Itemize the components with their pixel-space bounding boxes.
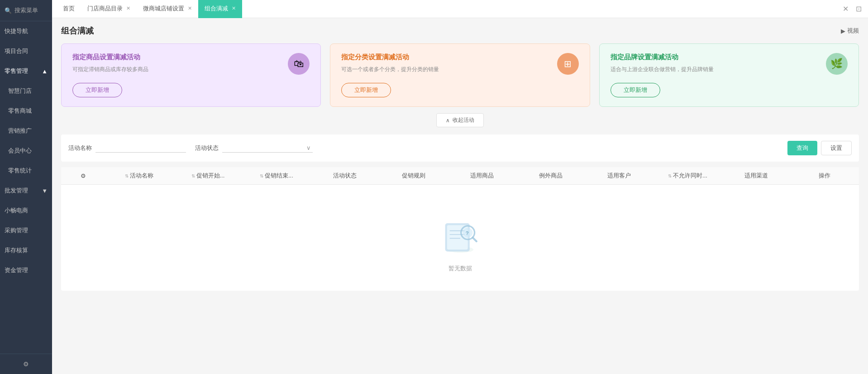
- th-operation: 操作: [791, 172, 859, 180]
- sidebar-settings[interactable]: ⚙: [0, 354, 52, 374]
- sidebar-item-wholesale-mgmt[interactable]: 批发管理 ▼: [0, 181, 52, 201]
- tab-close-icon[interactable]: ✕: [232, 5, 236, 11]
- leaf-icon: 🌿: [830, 58, 843, 70]
- promo-card-goods: 指定商品设置满减活动 🛍 可指定滞销商品或库存较多商品 立即新增: [61, 43, 321, 107]
- sidebar-item-xiaochangec[interactable]: 小畅电商: [0, 201, 52, 221]
- promo-cards: 指定商品设置满减活动 🛍 可指定滞销商品或库存较多商品 立即新增 指定分类设置满…: [61, 43, 859, 107]
- tab-close-icon[interactable]: ✕: [126, 5, 130, 11]
- th-label: 促销结束...: [265, 172, 293, 180]
- tab-label: 门店商品目录: [87, 5, 123, 13]
- tab-store-catalog[interactable]: 门店商品目录 ✕: [81, 0, 137, 18]
- th-activity-name[interactable]: ⇅ 活动名称: [105, 172, 173, 180]
- bag-icon: 🛍: [294, 58, 304, 70]
- th-label: 促销开始...: [196, 172, 225, 180]
- promo-card-brand: 指定品牌设置满减活动 🌿 适合与上游企业联合做营销，提升品牌销量 立即新增: [599, 43, 859, 107]
- th-label: 活动状态: [333, 172, 357, 180]
- th-label: 适用商品: [470, 172, 494, 180]
- sidebar-item-label: 会员中心: [8, 147, 32, 155]
- sidebar-item-purchase-mgmt[interactable]: 采购管理: [0, 221, 52, 240]
- tab-bar: 首页 门店商品目录 ✕ 微商城店铺设置 ✕ 组合满减 ✕ ✕ ⊡: [52, 0, 868, 18]
- activity-status-label: 活动状态: [195, 144, 219, 152]
- sidebar-item-quick-nav[interactable]: 快捷导航: [0, 21, 52, 41]
- page-title: 组合满减: [61, 25, 94, 36]
- svg-text:?: ?: [465, 230, 468, 236]
- promo-add-category-button[interactable]: 立即新增: [341, 83, 391, 97]
- sidebar-item-label: 小畅电商: [5, 206, 28, 215]
- promo-card-desc: 可选一个或者多个分类，提升分类的销量: [341, 65, 578, 74]
- video-label: 视频: [847, 27, 859, 35]
- setting-button[interactable]: 设置: [821, 141, 852, 155]
- promo-card-desc: 适合与上游企业联合做营销，提升品牌销量: [610, 65, 848, 74]
- sidebar-item-retail-mgmt[interactable]: 零售管理 ▲: [0, 61, 52, 81]
- window-maximize-button[interactable]: ⊡: [854, 4, 863, 14]
- category-icon: ⊞: [564, 58, 572, 69]
- sidebar-item-retail-stats[interactable]: 零售统计: [0, 161, 52, 181]
- page-header: 组合满减 ▶ 视频: [61, 25, 859, 36]
- promo-add-brand-button[interactable]: 立即新增: [610, 83, 660, 97]
- activity-name-label: 活动名称: [68, 144, 92, 152]
- query-button[interactable]: 查询: [787, 141, 817, 155]
- sidebar-item-label: 资金管理: [5, 266, 28, 274]
- filter-actions: 查询 设置: [787, 141, 852, 155]
- th-no-concurrent[interactable]: ⇅ 不允许同时...: [653, 172, 722, 180]
- empty-text: 暂无数据: [448, 264, 472, 273]
- svg-line-8: [472, 238, 476, 241]
- th-promo-end[interactable]: ⇅ 促销结束...: [242, 172, 310, 180]
- filter-activity-status: 活动状态 ∨: [195, 144, 313, 153]
- activity-name-input[interactable]: [95, 144, 186, 153]
- tab-home[interactable]: 首页: [57, 0, 81, 18]
- svg-rect-2: [447, 225, 467, 249]
- play-icon: ▶: [841, 28, 845, 34]
- window-close-button[interactable]: ✕: [841, 4, 850, 14]
- sidebar-search[interactable]: 🔍 搜索菜单: [0, 0, 52, 21]
- data-table: ⚙ ⇅ 活动名称 ⇅ 促销开始... ⇅ 促销结束... 活动状态: [61, 167, 859, 291]
- th-label: 适用客户: [607, 172, 631, 180]
- sort-icon: ⇅: [191, 173, 195, 178]
- sidebar-item-project-contract[interactable]: 项目合同: [0, 41, 52, 61]
- promo-card-title: 指定品牌设置满减活动: [610, 53, 848, 62]
- th-label: 不允许同时...: [673, 172, 707, 180]
- sidebar-item-label: 库存核算: [5, 246, 28, 254]
- sidebar-item-label: 批发管理: [5, 187, 28, 195]
- sidebar-item-member-center[interactable]: 会员中心: [0, 141, 52, 161]
- promo-add-goods-button[interactable]: 立即新增: [72, 83, 122, 97]
- tab-combo-discount[interactable]: 组合满减 ✕: [198, 0, 242, 18]
- sidebar-item-label: 零售统计: [8, 167, 32, 175]
- th-label: 促销规则: [402, 172, 425, 180]
- sidebar-item-label: 营销推广: [8, 127, 32, 135]
- gear-icon: ⚙: [23, 360, 29, 368]
- th-promo-rule: 促销规则: [379, 172, 448, 180]
- video-link[interactable]: ▶ 视频: [841, 27, 859, 35]
- tab-close-icon[interactable]: ✕: [188, 5, 192, 11]
- tab-wechat-settings[interactable]: 微商城店铺设置 ✕: [137, 0, 198, 18]
- sidebar-item-fund-mgmt[interactable]: 资金管理: [0, 260, 52, 280]
- activity-status-select[interactable]: ∨: [222, 144, 313, 153]
- collapse-bar: ∧ 收起活动: [61, 113, 859, 127]
- promo-card-title: 指定商品设置满减活动: [72, 53, 310, 62]
- collapse-label: 收起活动: [453, 116, 474, 124]
- sort-icon: ⇅: [125, 173, 129, 178]
- sidebar-item-inventory-calc[interactable]: 库存核算: [0, 240, 52, 260]
- sidebar-item-label: 零售商城: [8, 107, 32, 115]
- table-header: ⚙ ⇅ 活动名称 ⇅ 促销开始... ⇅ 促销结束... 活动状态: [61, 167, 859, 185]
- sidebar-item-label: 采购管理: [5, 226, 28, 235]
- arrow-up-icon: ▲: [42, 68, 48, 75]
- filter-activity-name: 活动名称: [68, 144, 186, 153]
- sort-icon: ⇅: [668, 173, 672, 178]
- promo-card-title: 指定分类设置满减活动: [341, 53, 578, 62]
- main-area: 首页 门店商品目录 ✕ 微商城店铺设置 ✕ 组合满减 ✕ ✕ ⊡ 组合满减 ▶ …: [52, 0, 868, 374]
- sidebar: 🔍 搜索菜单 快捷导航 项目合同 零售管理 ▲ 智慧门店 零售商城 营销推广 会…: [0, 0, 52, 374]
- th-applicable-channel: 适用渠道: [722, 172, 790, 180]
- collapse-button[interactable]: ∧ 收起活动: [436, 113, 484, 127]
- th-promo-start[interactable]: ⇅ 促销开始...: [174, 172, 242, 180]
- tab-label: 微商城店铺设置: [143, 5, 184, 13]
- sort-icon: ⇅: [260, 173, 263, 178]
- search-icon: 🔍: [5, 7, 12, 14]
- empty-illustration: ?: [438, 212, 483, 257]
- sidebar-item-retail-mall[interactable]: 零售商城: [0, 101, 52, 121]
- sidebar-item-marketing[interactable]: 营销推广: [0, 121, 52, 141]
- page-content: 组合满减 ▶ 视频 指定商品设置满减活动 🛍 可指定滞销商品或库存较多商品 立即…: [52, 18, 868, 374]
- window-controls: ✕ ⊡: [841, 4, 863, 14]
- sidebar-item-smart-store[interactable]: 智慧门店: [0, 81, 52, 101]
- th-settings[interactable]: ⚙: [61, 173, 105, 179]
